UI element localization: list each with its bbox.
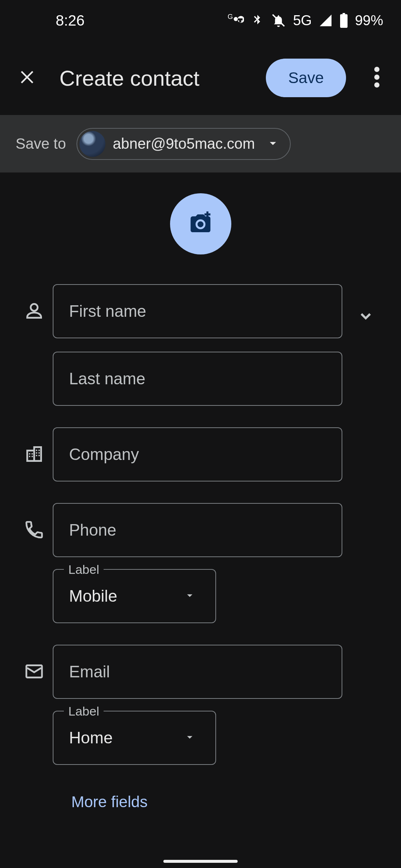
company-icon [16, 427, 53, 464]
email-label-caption: Label [64, 704, 104, 719]
save-button[interactable]: Save [266, 59, 346, 97]
account-selector[interactable]: abner@9to5mac.com [76, 128, 291, 160]
save-to-label: Save to [16, 135, 66, 152]
close-icon [19, 68, 38, 88]
signal-icon [319, 13, 333, 27]
status-bar: 8:26 G 5G 99% [0, 0, 401, 41]
svg-point-2 [374, 67, 379, 72]
contact-form: Label Mobile Label [0, 284, 401, 811]
save-to-bar: Save to abner@9to5mac.com [0, 115, 401, 172]
battery-icon [339, 13, 348, 28]
vpn-key-icon: G [228, 12, 244, 29]
page-title: Create contact [59, 66, 255, 91]
email-field[interactable] [53, 645, 342, 699]
chevron-down-icon [355, 305, 376, 328]
phone-label-caption: Label [64, 562, 104, 577]
close-button[interactable] [13, 63, 43, 93]
company-field[interactable] [53, 427, 342, 481]
overflow-menu-button[interactable] [364, 61, 390, 95]
nav-handle[interactable] [163, 860, 238, 863]
email-label-select[interactable]: Home [53, 711, 216, 765]
svg-text:G: G [228, 13, 233, 20]
dropdown-arrow-icon [183, 587, 196, 605]
app-bar: Create contact Save [0, 41, 401, 115]
bluetooth-icon [251, 13, 264, 28]
account-email: abner@9to5mac.com [113, 135, 255, 152]
camera-plus-icon [189, 211, 212, 237]
status-right: G 5G 99% [228, 12, 383, 29]
email-label-value: Home [69, 729, 113, 747]
phone-icon [16, 503, 53, 540]
more-fields-button[interactable]: More fields [16, 778, 385, 811]
expand-name-button[interactable] [349, 300, 382, 333]
phone-field[interactable] [53, 503, 342, 557]
first-name-field[interactable] [53, 284, 342, 338]
phone-label-select[interactable]: Mobile [53, 569, 216, 623]
chevron-down-icon [265, 136, 280, 152]
account-avatar [79, 131, 105, 157]
add-photo-button[interactable] [170, 193, 231, 254]
photo-row [0, 172, 401, 284]
status-time: 8:26 [56, 12, 85, 29]
last-name-field[interactable] [53, 352, 342, 406]
battery-percent: 99% [355, 13, 383, 29]
person-icon [16, 284, 53, 321]
email-icon [16, 645, 53, 682]
svg-point-4 [374, 82, 379, 88]
svg-point-3 [374, 75, 379, 80]
dropdown-arrow-icon [183, 729, 196, 747]
network-type: 5G [293, 13, 312, 29]
phone-label-value: Mobile [69, 587, 117, 605]
dnd-off-icon [271, 13, 286, 28]
more-vert-icon [374, 67, 379, 89]
